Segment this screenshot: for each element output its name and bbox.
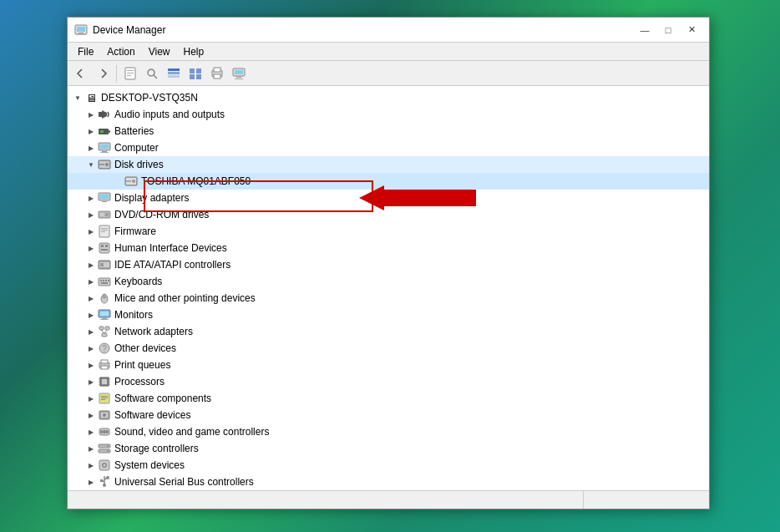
tree-item-processors[interactable]: ▶ Processors (68, 373, 709, 390)
scan-button[interactable] (142, 63, 162, 84)
hid-expand[interactable]: ▶ (84, 241, 98, 255)
print-expand[interactable]: ▶ (84, 358, 98, 372)
monitor-button[interactable] (229, 63, 249, 84)
svg-rect-30 (100, 144, 109, 149)
tree-item-toshiba[interactable]: TOSHIBA MQ01ABF050 (68, 173, 709, 190)
svg-rect-82 (102, 379, 107, 384)
svg-rect-13 (190, 68, 195, 73)
tree-item-network[interactable]: ▶ Network adapters (68, 323, 709, 340)
svg-rect-51 (99, 243, 109, 253)
computer-expand[interactable]: ▶ (84, 141, 98, 155)
tree-item-print[interactable]: ▶ Print queues (68, 357, 709, 373)
ide-expand[interactable]: ▶ (84, 258, 98, 271)
diskdrives-icon (98, 158, 111, 171)
tree-item-other[interactable]: ▶ ? Other devices (68, 340, 709, 357)
mice-label: Mice and other pointing devices (114, 292, 256, 304)
sound-expand[interactable]: ▶ (84, 425, 98, 438)
network-icon (98, 325, 111, 338)
toolbar (68, 61, 709, 86)
diskdrives-label: Disk drives (114, 159, 164, 170)
softwarecomp-expand[interactable]: ▶ (84, 392, 98, 405)
monitors-expand[interactable]: ▶ (84, 308, 98, 322)
svg-point-110 (106, 476, 109, 479)
storage-expand[interactable]: ▶ (84, 442, 98, 455)
other-expand[interactable]: ▶ (84, 342, 98, 355)
tree-item-system[interactable]: ▶ System devices (68, 457, 709, 474)
svg-point-8 (148, 69, 154, 76)
batteries-expand[interactable]: ▶ (84, 124, 98, 138)
svg-rect-22 (236, 77, 241, 78)
tree-item-computer[interactable]: ▶ Computer (68, 139, 709, 156)
tree-item-storage[interactable]: ▶ Storage controllers (68, 440, 709, 457)
tree-item-keyboards[interactable]: ▶ Keyboards (68, 273, 709, 290)
storage-label: Storage controllers (114, 443, 199, 454)
menu-view[interactable]: View (142, 44, 177, 59)
processors-expand[interactable]: ▶ (84, 375, 98, 388)
sound-label: Sound, video and game controllers (114, 426, 269, 438)
svg-rect-5 (127, 70, 134, 71)
batteries-label: Batteries (114, 125, 154, 137)
firmware-expand[interactable]: ▶ (84, 225, 98, 238)
tree-item-display[interactable]: ▶ Display adapters (68, 190, 709, 206)
root-expand[interactable]: ▼ (71, 91, 84, 104)
svg-rect-68 (100, 312, 109, 316)
audio-icon (98, 108, 111, 121)
minimize-button[interactable]: — (634, 22, 656, 38)
usb-expand[interactable]: ▶ (84, 475, 98, 489)
device-manager-window: Device Manager — □ ✕ File Action View He… (67, 17, 710, 509)
svg-rect-28 (100, 130, 104, 133)
view2-button[interactable] (185, 63, 205, 84)
other-label: Other devices (114, 342, 176, 354)
dvd-expand[interactable]: ▶ (84, 208, 98, 221)
device-tree[interactable]: ▼ 🖥 DESKTOP-VSTQ35N ▶ Audio inputs and o… (68, 86, 709, 490)
system-expand[interactable]: ▶ (84, 459, 98, 472)
audio-expand[interactable]: ▶ (84, 108, 98, 121)
svg-rect-91 (101, 398, 108, 398)
close-button[interactable]: ✕ (681, 22, 702, 38)
menu-action[interactable]: Action (100, 44, 141, 59)
display-label: Display adapters (114, 192, 189, 204)
toshiba-icon (124, 175, 138, 188)
print-button[interactable] (207, 63, 227, 84)
tree-item-hid[interactable]: ▶ Human Interface Devices (68, 240, 709, 256)
tree-item-ide[interactable]: ▶ IDE ATA/ATAPI controllers (68, 256, 709, 273)
menu-file[interactable]: File (71, 44, 100, 59)
svg-rect-71 (99, 327, 104, 330)
tree-item-monitors[interactable]: ▶ Monitors (68, 307, 709, 323)
tree-item-audio[interactable]: ▶ Audio inputs and outputs (68, 106, 709, 123)
tree-item-softwaredev[interactable]: ▶ Software devices (68, 407, 709, 423)
svg-rect-6 (127, 73, 134, 73)
back-button[interactable] (71, 63, 91, 84)
display-expand[interactable]: ▶ (84, 191, 98, 205)
svg-rect-54 (101, 249, 108, 251)
view1-button[interactable] (164, 63, 184, 84)
svg-rect-92 (101, 399, 105, 400)
diskdrives-expand[interactable]: ▼ (84, 158, 98, 171)
tree-item-softwarecomp[interactable]: ▶ Software components (68, 390, 709, 407)
dvd-icon (98, 208, 111, 221)
tree-item-batteries[interactable]: ▶ Batteries (68, 123, 709, 139)
tree-item-usb[interactable]: ▶ Universal Serial Bus controllers (68, 474, 709, 490)
svg-rect-15 (190, 74, 195, 79)
tree-item-sound[interactable]: ▶ Sound, video and game controllers (68, 423, 709, 440)
forward-button[interactable] (93, 63, 113, 84)
tree-item-mice[interactable]: ▶ Mice and other pointing devices (68, 290, 709, 307)
firmware-icon (98, 225, 111, 238)
mice-expand[interactable]: ▶ (84, 291, 98, 305)
tree-item-diskdrives[interactable]: ▼ Disk drives (68, 156, 709, 173)
menu-help[interactable]: Help (177, 44, 211, 59)
svg-rect-80 (101, 366, 108, 369)
svg-rect-27 (109, 130, 110, 133)
keyboards-expand[interactable]: ▶ (84, 275, 98, 288)
processors-label: Processors (114, 376, 165, 388)
monitors-icon (98, 308, 111, 322)
softwaredev-expand[interactable]: ▶ (84, 408, 98, 422)
properties-button[interactable] (120, 63, 140, 84)
network-expand[interactable]: ▶ (84, 325, 98, 338)
tree-root[interactable]: ▼ 🖥 DESKTOP-VSTQ35N (68, 89, 709, 106)
svg-point-35 (105, 163, 109, 166)
tree-item-firmware[interactable]: ▶ Firmware (68, 223, 709, 240)
maximize-button[interactable]: □ (657, 22, 679, 38)
svg-rect-53 (105, 245, 108, 247)
tree-item-dvd[interactable]: ▶ DVD/CD-ROM drives (68, 206, 709, 223)
